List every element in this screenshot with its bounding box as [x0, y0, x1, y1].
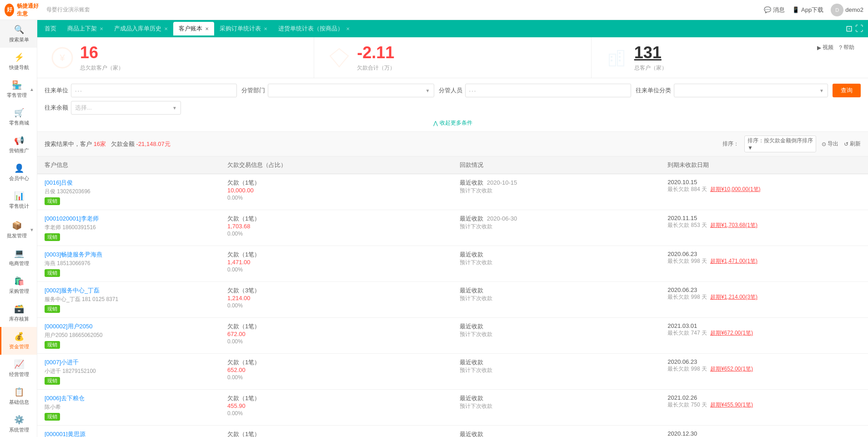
- cell-due-5: 2020.06.23 最长欠款 998 天 超期¥652.00(1笔): [660, 354, 868, 390]
- tab-purchase-stats-close[interactable]: ✕: [346, 26, 350, 31]
- manager-dots: ···: [469, 87, 477, 94]
- search-button[interactable]: 查询: [833, 84, 861, 97]
- debt-count-2: 欠款（1笔）: [227, 251, 446, 259]
- sidebar-item-system[interactable]: ⚙️ 系统管理: [0, 410, 37, 437]
- filter-dept: 分管部门 ▼: [241, 84, 434, 97]
- overdue-days-6: 最长欠款 750 天: [667, 402, 708, 408]
- debt-pct-0: 0.00%: [227, 195, 446, 201]
- retail-mgmt-icon: 🏪: [12, 80, 22, 90]
- tab-products-label: 商品上下架: [67, 25, 97, 33]
- overdue-amount-1[interactable]: 超期¥1,703.68(1笔): [710, 222, 758, 228]
- tab-restore-icon[interactable]: ⊡: [846, 24, 853, 34]
- stat-block-total-customers: 131 总客户（家） ▶ 视频 ? 帮助: [592, 37, 868, 78]
- sidebar-item-inventory[interactable]: 🗃️ 库存核算: [0, 299, 37, 327]
- debt-amount-1[interactable]: 1,703.68: [227, 223, 446, 230]
- video-btn[interactable]: ▶ 视频: [817, 44, 833, 51]
- manager-input[interactable]: ···: [465, 84, 631, 97]
- customer-name-7[interactable]: [000001]黄思源: [45, 430, 213, 437]
- sidebar-item-finance[interactable]: 💰 资金管理: [0, 327, 37, 355]
- sidebar-label-retail-stats: 零售统计: [9, 203, 29, 210]
- debt-amount-3[interactable]: 1,214.00: [227, 295, 446, 301]
- help-btn[interactable]: ? 帮助: [839, 44, 854, 51]
- overdue-days-0: 最长欠款 884 天: [667, 186, 708, 192]
- sidebar-item-basic-info[interactable]: 📋 基础信息: [0, 382, 37, 410]
- source-unit-input[interactable]: ···: [71, 84, 237, 97]
- svg-rect-6: [619, 52, 621, 54]
- customer-name-3[interactable]: [0002]服务中心_丁磊: [45, 286, 213, 295]
- cell-debt-4: 欠款（1笔） 672.00 0.00%: [220, 318, 453, 354]
- tab-expand-icon[interactable]: ⛶: [855, 24, 863, 34]
- app-download-btn[interactable]: 📱 App下载: [792, 6, 823, 14]
- main-layout: 🔍 搜索菜单 ⚡ 快捷导航 🏪 零售管理 ▲ 🛒 零售商城 📢 营销推广: [0, 20, 868, 437]
- tab-purchase-stats[interactable]: 进货单统计表（按商品） ✕: [273, 22, 355, 35]
- cell-repayment-1: 最近收款 2020-06-30 预计下次收款: [452, 210, 660, 246]
- debt-amount-6[interactable]: 455.90: [227, 402, 446, 409]
- sidebar-item-ecommerce[interactable]: 💻 电商管理: [0, 244, 37, 271]
- debt-pct-1: 0.00%: [227, 231, 446, 237]
- sidebar-item-marketing[interactable]: 📢 营销推广: [0, 131, 37, 159]
- customer-name-0[interactable]: [0016]吕俊: [45, 179, 213, 187]
- tab-purchase-history-close[interactable]: ✕: [164, 26, 168, 31]
- overdue-amount-5[interactable]: 超期¥652.00(1笔): [710, 366, 753, 372]
- overdue-amount-3[interactable]: 超期¥1,214.00(3笔): [710, 294, 758, 300]
- sidebar-label-search: 搜索菜单: [9, 36, 29, 43]
- sidebar-label-ecommerce: 电商管理: [9, 260, 29, 267]
- sidebar-item-retail-mgmt[interactable]: 🏪 零售管理 ▲: [0, 75, 37, 103]
- customer-name-6[interactable]: [0006]去下粮仓: [45, 394, 213, 402]
- customer-name-1[interactable]: [0001020001]李老师: [45, 215, 213, 223]
- cell-repayment-7: 最近收款 预计下次收款: [452, 426, 660, 437]
- tab-customer-account-close[interactable]: ✕: [205, 26, 209, 31]
- debt-amount-4[interactable]: 672.00: [227, 331, 446, 337]
- sidebar-label-retail-mall: 零售商城: [9, 120, 29, 126]
- cell-customer-2: [0003]畅捷服务尹海燕 海燕 18513066976 现销: [37, 246, 220, 282]
- overdue-amount-0[interactable]: 超期¥10,000.00(1笔): [710, 186, 761, 192]
- tab-customer-account[interactable]: 客户账本 ✕: [173, 22, 214, 35]
- tab-customer-account-label: 客户账本: [179, 25, 202, 33]
- table-row: [0007]小进千 小进千 18279152100 现销 欠款（1笔） 652.…: [37, 354, 868, 390]
- user-avatar[interactable]: D demo2: [831, 4, 863, 16]
- overdue-amount-6[interactable]: 超期¥455.90(1笔): [710, 402, 753, 408]
- collapse-row[interactable]: ⋀ 收起更多条件: [45, 118, 861, 128]
- sidebar-item-retail-mall[interactable]: 🛒 零售商城: [0, 103, 37, 131]
- debt-amount-5[interactable]: 652.00: [227, 367, 446, 373]
- customer-tag-5: 现销: [45, 377, 60, 385]
- sidebar-item-retail-stats[interactable]: 📊 零售统计: [0, 186, 37, 214]
- sidebar-item-quick-nav[interactable]: ⚡ 快捷导航: [0, 48, 37, 75]
- refresh-btn[interactable]: ↺ 刷新: [844, 140, 861, 148]
- tab-purchase-history[interactable]: 产成品入库单历史 ✕: [109, 22, 173, 35]
- sort-select[interactable]: 排序：按欠款金额倒序排序 ▼: [744, 136, 816, 152]
- marketing-icon: 📢: [14, 136, 24, 146]
- svg-rect-7: [619, 56, 621, 58]
- sidebar-item-search[interactable]: 🔍 搜索菜单: [0, 20, 37, 48]
- overdue-amount-4[interactable]: 超期¥672.00(1笔): [710, 330, 753, 336]
- tab-products-close[interactable]: ✕: [100, 26, 103, 31]
- overdue-info-6: 最长欠款 750 天 超期¥455.90(1笔): [667, 401, 861, 409]
- debt-amount-0[interactable]: 10,000.00: [227, 187, 446, 194]
- cell-due-4: 2021.03.01 最长欠款 747 天 超期¥672.00(1笔): [660, 318, 868, 354]
- tab-products[interactable]: 商品上下架 ✕: [62, 22, 109, 35]
- next-pay-label-0: 预计下次收款: [460, 187, 653, 195]
- sidebar-item-membership[interactable]: 👤 会员中心: [0, 159, 37, 186]
- sidebar-item-batch-mgmt[interactable]: 📦 批发管理 ▼: [0, 216, 37, 244]
- batch-arrow-icon: ▼: [30, 227, 34, 232]
- stat-total-customers-label: 总客户（家）: [634, 64, 667, 72]
- message-btn[interactable]: 💬 消息: [764, 6, 785, 14]
- sidebar-item-ops-mgmt[interactable]: 📈 经营管理: [0, 355, 37, 382]
- tab-purchase-order[interactable]: 采购订单统计表 ✕: [214, 22, 273, 35]
- balance-select[interactable]: 选择... ▼: [71, 101, 181, 115]
- sidebar-item-purchase[interactable]: 🛍️ 采购管理: [0, 271, 37, 299]
- tab-home[interactable]: 首页: [39, 22, 62, 35]
- customer-name-2[interactable]: [0003]畅捷服务尹海燕: [45, 251, 213, 259]
- sidebar-label-finance: 资金管理: [9, 343, 29, 350]
- customer-name-5[interactable]: [0007]小进千: [45, 358, 213, 367]
- logo: 好 畅捷通好生意: [5, 2, 42, 18]
- tab-purchase-order-close[interactable]: ✕: [264, 26, 267, 31]
- debt-amount-2[interactable]: 1,471.00: [227, 259, 446, 266]
- result-bar: 搜索结果中，客户 16家 欠款金额 -21,148.07元 排序： 排序：按欠款…: [37, 132, 868, 156]
- customer-name-4[interactable]: [000002]用户2050: [45, 322, 213, 331]
- dept-input[interactable]: ▼: [268, 84, 434, 97]
- dept-arrow-icon: ▼: [426, 88, 430, 93]
- export-btn[interactable]: ⊙ 导出: [822, 140, 838, 148]
- unit-category-input[interactable]: ▼: [674, 84, 828, 97]
- overdue-amount-2[interactable]: 超期¥1,471.00(1笔): [710, 258, 758, 264]
